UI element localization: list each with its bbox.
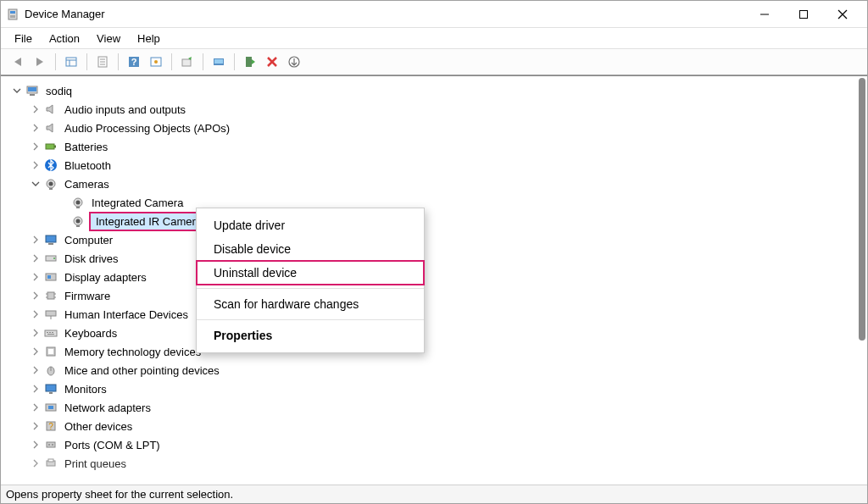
chevron-right-icon[interactable] <box>30 364 42 376</box>
tree-item-keyboards[interactable]: Keyboards <box>4 324 867 342</box>
bluetooth-icon <box>43 158 58 173</box>
printer-icon <box>43 456 58 471</box>
minimize-button[interactable] <box>745 1 784 28</box>
maximize-button[interactable] <box>784 1 823 28</box>
scrollbar-thumb[interactable] <box>859 78 865 341</box>
chevron-right-icon[interactable] <box>30 271 42 283</box>
chevron-down-icon[interactable] <box>30 178 42 190</box>
tree-item-disk-drives[interactable]: Disk drives <box>4 249 867 268</box>
device-tree[interactable]: sodiq Audio inputs and outputs Audio Pro… <box>1 76 867 485</box>
context-update-driver[interactable]: Update driver <box>197 213 424 237</box>
camera-icon <box>43 176 58 191</box>
camera-icon <box>70 195 86 210</box>
svg-rect-1 <box>10 11 15 14</box>
chevron-right-icon[interactable] <box>30 346 42 357</box>
svg-text:?: ? <box>48 422 53 431</box>
tree-item-mice[interactable]: Mice and other pointing devices <box>4 361 867 379</box>
tree-item-label: Display adapters <box>62 270 149 285</box>
tree-item-hid[interactable]: Human Interface Devices <box>4 305 867 324</box>
chevron-right-icon[interactable] <box>30 402 42 413</box>
tree-item-monitors[interactable]: Monitors <box>4 379 867 398</box>
menu-help[interactable]: Help <box>131 30 167 47</box>
tree-item-computer[interactable]: Computer <box>4 230 867 249</box>
speaker-icon <box>43 120 58 136</box>
chevron-right-icon[interactable] <box>30 457 42 469</box>
chip-icon <box>43 288 58 303</box>
enable-device-button[interactable] <box>240 52 260 72</box>
tree-item-label: Mice and other pointing devices <box>62 363 222 378</box>
scrollbar[interactable] <box>859 78 865 408</box>
toolbar-sep <box>55 53 56 70</box>
chevron-right-icon[interactable] <box>30 383 42 395</box>
menu-file[interactable]: File <box>8 30 39 47</box>
chevron-right-icon[interactable] <box>30 290 42 302</box>
chevron-right-icon[interactable] <box>30 122 42 134</box>
computer-icon <box>25 83 40 98</box>
context-uninstall-device[interactable]: Uninstall device <box>197 261 424 285</box>
tree-item-network[interactable]: Network adapters <box>4 398 867 417</box>
back-button[interactable] <box>8 52 28 72</box>
action-icon-button[interactable] <box>146 52 166 72</box>
svg-point-32 <box>49 182 53 186</box>
svg-rect-56 <box>52 332 53 333</box>
chevron-right-icon[interactable] <box>30 103 42 115</box>
tree-item-print-queues[interactable]: Print queues <box>4 454 867 473</box>
tree-item-label: Audio Processing Objects (APOs) <box>62 121 232 136</box>
svg-point-38 <box>76 219 81 224</box>
menu-action[interactable]: Action <box>42 30 86 47</box>
tree-item-firmware[interactable]: Firmware <box>4 286 867 305</box>
svg-point-43 <box>53 258 55 259</box>
svg-rect-53 <box>45 330 57 336</box>
tree-item-integrated-camera[interactable]: Integrated Camera <box>4 193 867 212</box>
scan-hardware-button[interactable] <box>209 52 229 72</box>
svg-rect-41 <box>48 243 53 245</box>
chevron-right-icon[interactable] <box>30 439 42 451</box>
chevron-right-icon[interactable] <box>30 308 42 320</box>
tree-item-ports[interactable]: Ports (COM & LPT) <box>4 435 867 454</box>
update-driver-button[interactable] <box>177 52 198 72</box>
svg-point-69 <box>48 444 50 446</box>
svg-rect-46 <box>47 292 54 299</box>
help-button[interactable]: ? <box>124 52 144 72</box>
svg-rect-27 <box>30 94 35 96</box>
close-button[interactable] <box>823 1 862 28</box>
chevron-right-icon[interactable] <box>30 327 42 339</box>
context-scan-hardware[interactable]: Scan for hardware changes <box>197 292 424 316</box>
chevron-right-icon[interactable] <box>30 159 42 171</box>
tree-item-other[interactable]: ? Other devices <box>4 417 867 435</box>
toolbar-sep <box>118 53 119 70</box>
tree-item-integrated-ir-camera[interactable]: Integrated IR Camera <box>4 212 867 230</box>
chevron-right-icon[interactable] <box>30 420 42 432</box>
properties-button[interactable] <box>92 52 113 72</box>
uninstall-device-button[interactable] <box>262 52 282 72</box>
other-device-icon: ? <box>43 418 58 434</box>
context-properties[interactable]: Properties <box>197 324 424 347</box>
chevron-right-icon[interactable] <box>30 252 42 264</box>
svg-rect-0 <box>8 9 17 19</box>
chevron-right-icon[interactable] <box>30 234 42 246</box>
tree-item-batteries[interactable]: Batteries <box>4 137 867 156</box>
context-disable-device[interactable]: Disable device <box>197 237 424 261</box>
chevron-down-icon[interactable] <box>11 85 23 97</box>
svg-point-70 <box>52 444 53 446</box>
forward-button[interactable] <box>30 52 50 72</box>
disable-device-button[interactable] <box>284 52 304 72</box>
tree-item-cameras[interactable]: Cameras <box>4 174 867 193</box>
menu-view[interactable]: View <box>90 30 127 47</box>
svg-rect-57 <box>47 334 54 335</box>
svg-rect-65 <box>48 406 53 409</box>
show-hide-tree-button[interactable] <box>61 52 81 72</box>
chevron-right-icon[interactable] <box>30 141 42 152</box>
tree-item-label: Other devices <box>62 419 135 434</box>
toolbar: ? <box>1 48 867 75</box>
tree-item-memory-tech[interactable]: Memory technology devices <box>4 342 867 361</box>
tree-item-audio-processing[interactable]: Audio Processing Objects (APOs) <box>4 119 867 137</box>
window-title: Device Manager <box>25 8 745 20</box>
tree-item-display-adapters[interactable]: Display adapters <box>4 268 867 286</box>
hid-icon <box>43 307 58 322</box>
tree-item-bluetooth[interactable]: Bluetooth <box>4 156 867 174</box>
svg-rect-63 <box>49 392 53 394</box>
tree-root[interactable]: sodiq <box>4 81 867 100</box>
content-area: sodiq Audio inputs and outputs Audio Pro… <box>1 75 867 485</box>
tree-item-audio-inputs[interactable]: Audio inputs and outputs <box>4 100 867 119</box>
